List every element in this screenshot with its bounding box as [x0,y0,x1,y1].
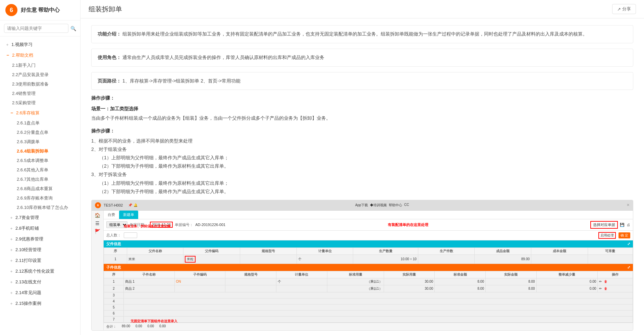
edit-icon2[interactable]: ✏ [599,287,602,290]
mock-topbar-right: App下载 ◆培训视频 帮助中心 CC [355,203,409,208]
mock-confirm-btn[interactable]: 确 定 [619,232,630,238]
sidebar-item-s2-6-4[interactable]: 2.6.4组装拆卸单 [0,147,80,156]
delete-icon2[interactable]: 🗑 [604,287,607,290]
mock-child-expand-icon[interactable]: ⤢ [627,265,630,270]
td-c-seq3: 3 [104,292,124,298]
mock-home-icon: 🏠 [95,213,100,218]
mock-print-icon[interactable]: 🖨 [627,223,630,227]
sidebar: 6 好生意 帮助中心 🔍 ＋ 1.视频学习 － 2.帮助文档 2.1新手入门 2… [0,0,80,335]
nav-tree: ＋ 1.视频学习 － 2.帮助文档 2.1新手入门 2.2产品安装及登录 2.3… [0,37,80,335]
mock-save-icon[interactable]: 💾 [620,223,625,227]
td-parent-name1: 米米 [127,255,183,264]
sidebar-item-s2-15[interactable]: ＋ 2.15操作案例 [0,298,80,309]
annotation-container-2: 组装业务、拆卸业务在这里切换 [124,224,171,229]
step2-sub2: （2）下部明细为子件明细，最终作为原材料生成其它出库单。 [99,162,633,170]
td-pqty1: 10.00 ÷ 10 [353,255,418,264]
sidebar-item-s2-6-3[interactable]: 2.6.3调拨单 [0,137,80,147]
search-input[interactable] [4,24,68,33]
mock-child-row1: 1 商品 1 ON 个 （乘以1） 30.00 8.00 8.00 0.0 [104,278,633,285]
mock-list-icon: ☰ [95,221,100,226]
close-icon[interactable]: ✕ [627,203,630,207]
page-title: 组装拆卸单 [89,5,122,14]
td-c-empty5 [123,304,633,310]
search-icon[interactable]: 🔍 [70,26,76,31]
th-c-code: 子件编码 [174,271,225,278]
mock-select-bill-btn[interactable]: 选择对应单据 [590,221,618,229]
th-avail-qty: 可库量 [588,247,633,255]
step3-sub1: （1）上部明细为父件明细，最终作为原材料生成其它出库单； [99,179,633,187]
delete-icon1[interactable]: 🗑 [604,280,607,283]
sidebar-item-s2-6[interactable]: － 2.6库存核算 [0,108,80,118]
sidebar-item-s2-11[interactable]: ＋ 2.11打印设置 [0,255,80,266]
sidebar-item-s2[interactable]: － 2.帮助文档 [0,50,80,61]
th-parent-name: 父件名称 [127,247,183,255]
intro-text: 功能介绍： 组装拆卸单用来处理企业组装或拆卸等加工业务，支持有固定装配清单的产品… [98,30,627,38]
mock-parent-table: 序 父件名称 父件编码 规格型号 计量单位 生产数量 生产件数 成品金额 成本金… [104,247,633,264]
td-camt1 [531,255,588,264]
mock-logo: 6 [95,202,101,208]
step1: 1、根据不同的业务，选择不同单据的类型来处理 [91,137,633,145]
sidebar-item-s2-2[interactable]: 2.2产品安装及登录 [0,70,80,79]
minus-icon: － [5,52,10,58]
td-c-stdq2: （乘以1） [327,285,384,292]
td-c-red2: 0.00 [536,285,598,292]
annotation4-text: 无固定清单下面组件在这里录入 [130,319,177,324]
td-pamt1: 89.00 [475,255,531,264]
step2: 2、对于组装业务 [91,145,633,154]
mock-expand-icon[interactable]: ⤢ [627,242,630,246]
mock-count-input[interactable] [124,232,137,238]
plus-icon-2-7: ＋ [9,215,13,221]
td-c-spec1 [225,278,276,285]
sidebar-item-s2-4[interactable]: 2.4销售管理 [0,89,80,98]
sidebar-item-s2-9[interactable]: ＋ 2.9优惠券管理 [0,234,80,244]
sidebar-item-s2-6-10[interactable]: 2.6.10库存账本错了怎么办 [0,203,80,212]
sidebar-item-s2-13[interactable]: ＋ 2.13在线支付 [0,277,80,287]
td-c-stda2: 8.00 [435,285,486,292]
step3-sub2: （2）下部明细为子件明细，最终作为产成品生成其它入库单。 [99,187,633,196]
td-c-op2: ✏ 🗑 [598,285,633,292]
mock-billno-label: 单据编号： [175,222,193,227]
sidebar-item-s2-6-5[interactable]: 2.6.5成本调整单 [0,156,80,165]
th-produce-cnt: 生产件数 [418,247,475,255]
mock-tab-zifei[interactable]: 自费 [104,211,119,219]
td-c-empty3 [123,292,633,298]
sidebar-item-s2-6-2[interactable]: 2.6.2分量盘点单 [0,128,80,137]
td-c-acta1: 8.00 [485,278,536,285]
edit-icon1[interactable]: ✏ [599,280,602,283]
sidebar-item-s2-6-7[interactable]: 2.6.7其他出库单 [0,175,80,184]
mock-form-toolbar: 组装单 拆卸单 单据日期： 2019-12-26 单据编号： AD-201912… [104,219,633,231]
content-area: 功能介绍： 组装拆卸单用来处理企业组装或拆卸等加工业务，支持有固定装配清单的产品… [80,18,644,335]
td-c-actq1: 30.00 [384,278,435,285]
mock-child-section: 子件信息 ⤢ 序 子件名称 子件编码 规格型号 计量单位 [104,264,633,330]
sidebar-item-s1[interactable]: ＋ 1.视频学习 [0,39,80,50]
mock-child-row6: 6 [104,310,633,316]
main-header: 组装拆卸单 ↗ 分享 [80,0,644,18]
plus-icon-2-15: ＋ [9,301,13,306]
td-c-op1: ✏ 🗑 [598,278,633,285]
td-c-red1: 0.00 [536,278,598,285]
mock-count-label: 总人数： [106,233,121,238]
td-c-spec2 [225,285,276,292]
td-c-actq2: 30.00 [384,285,435,292]
search-box[interactable]: 🔍 [0,20,80,37]
sidebar-item-s2-3[interactable]: 2.3使用前数据准备 [0,79,80,89]
sidebar-item-s2-12[interactable]: ＋ 2.12系统个性化设置 [0,266,80,277]
intro-block: 功能介绍： 组装拆卸单用来处理企业组装或拆卸等加工业务，支持有固定装配清单的产品… [91,25,633,43]
sidebar-item-s2-6-9[interactable]: 2.6.9库存账本查询 [0,193,80,203]
mock-tab-newbill[interactable]: 新建单 [119,211,138,219]
share-button[interactable]: ↗ 分享 [612,4,636,14]
sidebar-item-s2-8[interactable]: ＋ 2.8手机旺铺 [0,223,80,234]
th-c-name: 子件名称 [123,271,174,278]
th-c-reduce: 整单减少量 [536,271,598,278]
sidebar-item-s2-10[interactable]: ＋ 2.10经营管理 [0,244,80,255]
td-c-seq7: 7 [104,316,124,322]
sidebar-item-s2-5[interactable]: 2.5采购管理 [0,98,80,108]
th-c-unit: 计量单位 [276,271,327,278]
sidebar-item-s2-6-8[interactable]: 2.6.8商品成本重算 [0,184,80,193]
sidebar-item-s2-14[interactable]: ＋ 2.14常见问题 [0,287,80,298]
plus-icon-2-12: ＋ [9,269,13,274]
sidebar-item-s2-6-6[interactable]: 2.6.6其他入库单 [0,165,80,175]
sidebar-item-s2-6-1[interactable]: 2.6.1盘点单 [0,118,80,128]
sidebar-item-s2-7[interactable]: ＋ 2.7资金管理 [0,212,80,223]
sidebar-item-s2-1[interactable]: 2.1新手入门 [0,61,80,70]
